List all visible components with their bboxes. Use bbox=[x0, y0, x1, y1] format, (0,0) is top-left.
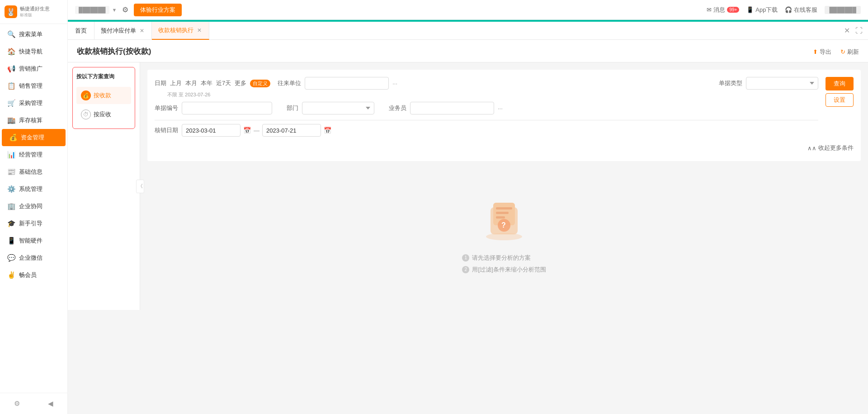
cancel-date-start-input[interactable] bbox=[182, 124, 241, 137]
collapse-conditions-btn[interactable]: ∧∧ 收起更多条件 bbox=[155, 142, 854, 154]
refresh-button[interactable]: ↻ 刷新 bbox=[840, 48, 859, 56]
industry-solution-button[interactable]: 体验行业方案 bbox=[134, 4, 182, 16]
form-separator bbox=[155, 120, 818, 120]
chevron-down-icon: ▼ bbox=[112, 7, 117, 13]
custom-date-badge[interactable]: 自定义 bbox=[250, 80, 270, 87]
tab-receipt-cancel[interactable]: 收款核销执行 ✕ bbox=[152, 22, 209, 40]
dept-field: 部门 bbox=[287, 102, 374, 114]
sidebar-item-quick-nav[interactable]: 🏠 快捷导航 bbox=[0, 43, 67, 60]
filter-row-1: 日期 上月 本月 本年 近7天 更多 自定义 bbox=[155, 77, 818, 90]
sidebar-item-search[interactable]: 🔍 搜索菜单 bbox=[0, 26, 67, 43]
tab-prepay[interactable]: 预付冲应付单 ✕ bbox=[94, 22, 152, 40]
company-selector[interactable]: ███████ ▼ bbox=[75, 6, 117, 14]
partner-input[interactable] bbox=[305, 77, 389, 90]
collapse-sidebar-btn[interactable]: ◀ bbox=[46, 398, 55, 409]
calendar-start-icon[interactable]: 📅 bbox=[243, 127, 251, 134]
settings-button[interactable]: 设置 bbox=[826, 93, 854, 107]
filter-receivable-label: 按应收 bbox=[94, 110, 111, 119]
bill-type-select[interactable] bbox=[746, 77, 818, 90]
dept-select-wrapper bbox=[302, 102, 374, 114]
user-name[interactable]: ███████ bbox=[825, 6, 861, 14]
operation-icon: 📊 bbox=[7, 151, 15, 159]
sidebar-item-basic[interactable]: 📰 基础信息 bbox=[0, 163, 67, 181]
date-hint: 不限 至 2023-07-26 bbox=[167, 91, 818, 98]
cancel-date-label: 核销日期 bbox=[155, 126, 178, 134]
close-tab-icon[interactable]: ✕ bbox=[842, 24, 852, 37]
tab-prepay-close[interactable]: ✕ bbox=[139, 27, 145, 35]
cancel-date-end-input[interactable] bbox=[262, 124, 321, 137]
filter-by-receivable[interactable]: ⏱ 按应收 bbox=[76, 106, 131, 123]
cancel-date-range: 📅 — 📅 bbox=[182, 124, 331, 137]
tab-receipt-cancel-label: 收款核销执行 bbox=[158, 26, 193, 34]
app-label: App下载 bbox=[755, 6, 778, 14]
empty-illustration: ? bbox=[477, 194, 531, 245]
sidebar-item-enterprise[interactable]: 🏢 企业协同 bbox=[0, 198, 67, 215]
message-icon: ✉ bbox=[707, 6, 712, 13]
export-button[interactable]: ⬆ 导出 bbox=[813, 48, 831, 56]
tabbar: 首页 预付冲应付单 ✕ 收款核销执行 ✕ ✕ ⛶ bbox=[68, 22, 868, 40]
bill-no-input[interactable] bbox=[182, 102, 272, 114]
chevron-up-icon: ∧∧ bbox=[807, 145, 816, 152]
clerk-more-icon[interactable]: ··· bbox=[498, 105, 503, 112]
sidebar-item-vip[interactable]: ✌️ 畅会员 bbox=[0, 266, 67, 284]
sidebar-item-purchase[interactable]: 🛒 采购管理 bbox=[0, 95, 67, 112]
query-button[interactable]: 查询 bbox=[826, 77, 854, 90]
bill-no-field: 单据编号 bbox=[155, 102, 272, 114]
right-panel: 日期 上月 本月 本年 近7天 更多 自定义 bbox=[140, 62, 868, 310]
dept-select[interactable] bbox=[302, 102, 374, 114]
sidebar-item-sales[interactable]: 📋 销售管理 bbox=[0, 77, 67, 95]
tip-num-2: 2 bbox=[462, 266, 469, 273]
tab-home[interactable]: 首页 bbox=[68, 22, 94, 40]
finance-icon: 💰 bbox=[9, 133, 17, 142]
refresh-icon: ↻ bbox=[840, 48, 845, 55]
topbar-right: ✉ 消息 99+ 📱 App下载 🎧 在线客服 ███████ bbox=[707, 6, 861, 14]
receivable-icon: ⏱ bbox=[81, 109, 91, 119]
header-actions: ⬆ 导出 ↻ 刷新 bbox=[813, 48, 859, 61]
sidebar-item-hardware[interactable]: 📱 智能硬件 bbox=[0, 232, 67, 249]
this-year-btn[interactable]: 本年 bbox=[201, 79, 212, 87]
export-label: 导出 bbox=[820, 48, 831, 56]
calendar-end-icon[interactable]: 📅 bbox=[324, 127, 331, 134]
sidebar-item-operation[interactable]: 📊 经营管理 bbox=[0, 146, 67, 163]
receipt-icon: 💰 bbox=[81, 90, 91, 100]
left-panel-title: 按以下方案查询 bbox=[76, 71, 131, 82]
phone-icon: 📱 bbox=[746, 6, 754, 13]
filter-by-receipt[interactable]: 💰 按收款 bbox=[76, 87, 131, 104]
bill-type-field: 单据类型 bbox=[719, 77, 818, 90]
clerk-input[interactable] bbox=[410, 102, 494, 114]
sidebar-item-label: 快捷导航 bbox=[19, 48, 42, 56]
sidebar-item-marketing[interactable]: 📢 营销推广 bbox=[0, 60, 67, 77]
tab-receipt-cancel-close[interactable]: ✕ bbox=[196, 26, 203, 34]
last-month-btn[interactable]: 上月 bbox=[170, 79, 182, 87]
sidebar-item-inventory[interactable]: 🏬 库存核算 bbox=[0, 112, 67, 129]
vip-icon: ✌️ bbox=[7, 271, 15, 279]
app-download-btn[interactable]: 📱 App下载 bbox=[746, 6, 778, 14]
tip-text-1: 请先选择要分析的方案 bbox=[472, 252, 531, 264]
message-label: 消息 bbox=[713, 6, 725, 14]
collapse-panel-btn[interactable]: 《 bbox=[136, 180, 144, 193]
svg-rect-4 bbox=[496, 212, 509, 214]
sidebar-item-label: 系统管理 bbox=[19, 185, 42, 193]
last-7days-btn[interactable]: 近7天 bbox=[216, 79, 231, 87]
settings-footer-icon[interactable]: ⚙ bbox=[12, 398, 22, 409]
sidebar-item-wechat[interactable]: 💬 企业微信 bbox=[0, 249, 67, 266]
message-btn[interactable]: ✉ 消息 99+ bbox=[707, 6, 739, 14]
search-menu-icon: 🔍 bbox=[7, 30, 15, 38]
sidebar-item-label: 销售管理 bbox=[19, 82, 42, 90]
guide-icon: 🎓 bbox=[7, 219, 15, 228]
this-month-btn[interactable]: 本月 bbox=[185, 79, 197, 87]
tabbar-actions: ✕ ⛶ bbox=[842, 24, 868, 37]
topbar: ███████ ▼ ⚙ 体验行业方案 ✉ 消息 99+ 📱 App下载 🎧 在线… bbox=[68, 0, 868, 20]
sidebar-item-label: 基础信息 bbox=[19, 168, 42, 176]
sidebar-item-label: 智能硬件 bbox=[19, 237, 42, 245]
more-date-btn[interactable]: 更多 bbox=[235, 79, 246, 87]
sidebar-item-finance[interactable]: 💰 资金管理 bbox=[2, 129, 66, 146]
sidebar-item-guide[interactable]: 🎓 新手引导 bbox=[0, 215, 67, 232]
service-icon: 🎧 bbox=[785, 6, 792, 13]
expand-tab-icon[interactable]: ⛶ bbox=[854, 25, 864, 37]
partner-more-icon[interactable]: ··· bbox=[392, 80, 397, 87]
online-service-btn[interactable]: 🎧 在线客服 bbox=[785, 6, 817, 14]
topbar-gear-icon[interactable]: ⚙ bbox=[122, 5, 128, 14]
sidebar-item-system[interactable]: ⚙️ 系统管理 bbox=[0, 181, 67, 198]
refresh-label: 刷新 bbox=[847, 48, 859, 56]
